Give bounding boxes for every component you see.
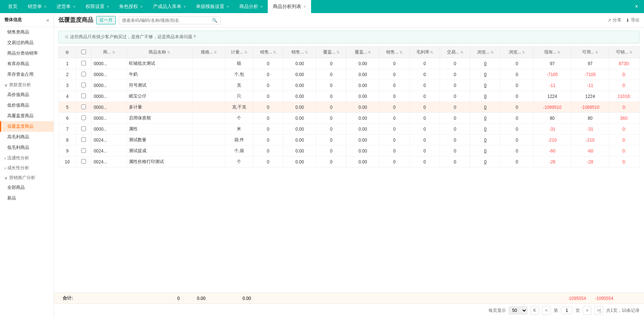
cell-browse1[interactable]: 0 bbox=[470, 124, 500, 135]
close-icon[interactable]: × bbox=[303, 4, 306, 9]
sidebar-item-traded-products[interactable]: 交易过的商品 bbox=[0, 37, 54, 48]
sidebar-item-high-coverage[interactable]: 高覆盖度商品 bbox=[0, 111, 54, 121]
nav-item-template[interactable]: 单据模板设置 × bbox=[191, 0, 234, 13]
col-sales3[interactable]: 销售... bbox=[379, 47, 409, 58]
col-spec[interactable]: 规格... bbox=[192, 47, 225, 58]
page-number-input[interactable] bbox=[561, 307, 573, 314]
col-code[interactable]: 商... bbox=[91, 47, 127, 58]
cell-browse1[interactable]: 0 bbox=[470, 58, 500, 69]
cell-browse1[interactable]: 0 bbox=[470, 102, 500, 113]
row-checkbox[interactable] bbox=[81, 148, 86, 153]
cell-browse1[interactable]: 0 bbox=[470, 156, 500, 167]
nav-item-product-analysis[interactable]: 商品分析 × bbox=[234, 0, 268, 13]
export-button[interactable]: ⬇ 导出 bbox=[626, 17, 640, 23]
cell-name[interactable]: 属性价格打印测试 bbox=[127, 156, 192, 167]
cell-name[interactable]: 测试数量 bbox=[127, 135, 192, 146]
col-name[interactable]: 商品名称 bbox=[127, 47, 192, 58]
nav-item-permissions[interactable]: 权限设置 × bbox=[80, 0, 114, 13]
row-checkbox[interactable] bbox=[81, 104, 86, 109]
col-browse2[interactable]: 浏览... bbox=[500, 47, 533, 58]
search-icon[interactable]: 🔍 bbox=[212, 18, 217, 23]
nav-item-production[interactable]: 产成品入库单 × bbox=[148, 0, 191, 13]
cell-checkbox[interactable] bbox=[76, 102, 91, 113]
cell-browse1[interactable]: 0 bbox=[470, 113, 500, 124]
close-icon[interactable]: × bbox=[73, 4, 75, 9]
row-checkbox[interactable] bbox=[81, 83, 86, 87]
col-sales-amount[interactable]: 销售... bbox=[283, 47, 316, 58]
cell-name[interactable]: 属性 bbox=[127, 124, 192, 135]
cell-browse1[interactable]: 0 bbox=[470, 146, 500, 156]
col-browse1[interactable]: 浏览... bbox=[470, 47, 500, 58]
row-checkbox[interactable] bbox=[81, 137, 86, 142]
cell-checkbox[interactable] bbox=[76, 69, 91, 80]
sidebar-item-stocked[interactable]: 有库存商品 bbox=[0, 59, 54, 69]
close-icon[interactable]: × bbox=[44, 4, 46, 9]
sidebar-item-category-rate[interactable]: 商品分类动销率 bbox=[0, 48, 54, 59]
search-input[interactable] bbox=[122, 18, 211, 23]
cell-name[interactable]: 牛奶 bbox=[127, 69, 192, 80]
cell-checkbox[interactable] bbox=[76, 124, 91, 135]
prev-page-button[interactable]: < bbox=[542, 306, 551, 315]
cell-checkbox[interactable] bbox=[76, 146, 91, 156]
cell-name[interactable]: 多计量 bbox=[127, 102, 192, 113]
nav-item-home[interactable]: 首页 bbox=[3, 0, 23, 13]
cell-checkbox[interactable] bbox=[76, 156, 91, 167]
cell-checkbox[interactable] bbox=[76, 113, 91, 124]
col-sales-qty[interactable]: 销售... bbox=[253, 47, 283, 58]
cell-name[interactable]: 旺辅批次测试 bbox=[127, 58, 192, 69]
sidebar-item-all-products[interactable]: 全部商品 bbox=[0, 182, 54, 193]
col-available[interactable]: 可用... bbox=[571, 47, 609, 58]
col-settings[interactable]: ⚙ bbox=[59, 47, 76, 58]
col-gross-rate[interactable]: 毛利率 bbox=[409, 47, 440, 58]
cell-name[interactable]: 测试提成 bbox=[127, 146, 192, 156]
nav-item-roles[interactable]: 角色授权 × bbox=[114, 0, 148, 13]
sidebar-group-cluster[interactable]: ∨ 类群度分析 bbox=[0, 80, 54, 90]
nav-item-analysis-list[interactable]: 商品分析列表 × bbox=[268, 0, 311, 13]
row-checkbox[interactable] bbox=[81, 61, 86, 66]
sidebar-group-growth[interactable]: › 成长性分析 bbox=[0, 163, 54, 173]
close-icon[interactable]: × bbox=[107, 4, 109, 9]
row-checkbox[interactable] bbox=[81, 126, 86, 131]
col-unit[interactable]: 计量... bbox=[225, 47, 253, 58]
col-current-stock[interactable]: 现有... bbox=[533, 47, 571, 58]
cell-name[interactable]: 眠宝公仔 bbox=[127, 91, 192, 102]
sidebar-item-low-coverage[interactable]: 低覆盖度商品 bbox=[0, 121, 54, 132]
close-all-button[interactable]: × bbox=[632, 3, 641, 10]
close-icon[interactable]: × bbox=[184, 4, 186, 9]
cell-name[interactable]: 启用保质期 bbox=[127, 113, 192, 124]
select-all-checkbox[interactable] bbox=[81, 49, 86, 54]
close-icon[interactable]: × bbox=[140, 4, 142, 9]
sidebar-item-inventory-fund[interactable]: 库存资金占用 bbox=[0, 69, 54, 80]
share-button[interactable]: ↗ 分享 bbox=[608, 17, 621, 23]
cell-browse1[interactable]: 0 bbox=[470, 69, 500, 80]
col-coverage1[interactable]: 覆盖... bbox=[316, 47, 346, 58]
sidebar-item-high-margin[interactable]: 高毛利商品 bbox=[0, 132, 54, 142]
last-page-button[interactable]: >| bbox=[594, 306, 603, 315]
cell-browse1[interactable]: 0 bbox=[470, 91, 500, 102]
cell-checkbox[interactable] bbox=[76, 91, 91, 102]
nav-item-purchase[interactable]: 进货单 × bbox=[51, 0, 80, 13]
sidebar-item-low-margin[interactable]: 低毛利商品 bbox=[0, 142, 54, 153]
sidebar-item-sales-products[interactable]: 销售类商品 bbox=[0, 27, 54, 37]
table-wrapper[interactable]: ⚙ 商... 商品名称 规格... 计量... 销售... 销售... 覆盖..… bbox=[54, 46, 644, 293]
cell-browse1[interactable]: 0 bbox=[470, 80, 500, 91]
cell-checkbox[interactable] bbox=[76, 80, 91, 91]
row-checkbox[interactable] bbox=[81, 94, 86, 98]
cell-browse1[interactable]: 0 bbox=[470, 135, 500, 146]
cell-name[interactable]: 符号测试 bbox=[127, 80, 192, 91]
sidebar-group-marketing[interactable]: ∨ 营销推广分析 bbox=[0, 173, 54, 182]
nav-item-sales[interactable]: 销货单 × bbox=[23, 0, 51, 13]
sidebar-collapse-button[interactable]: « bbox=[46, 17, 49, 23]
close-icon[interactable]: × bbox=[227, 4, 229, 9]
sidebar-item-high-value[interactable]: 高价值商品 bbox=[0, 90, 54, 100]
row-checkbox[interactable] bbox=[81, 159, 86, 164]
close-icon[interactable]: × bbox=[260, 4, 263, 9]
next-page-button[interactable]: > bbox=[583, 306, 592, 315]
cell-checkbox[interactable] bbox=[76, 135, 91, 146]
filter-month-button[interactable]: 近一月 bbox=[96, 16, 116, 24]
sidebar-group-liquidity[interactable]: › 流通性分析 bbox=[0, 153, 54, 163]
row-checkbox[interactable] bbox=[81, 115, 86, 120]
row-checkbox[interactable] bbox=[81, 72, 86, 76]
page-size-select[interactable]: 50 20 100 bbox=[509, 306, 527, 314]
col-coverage2[interactable]: 覆盖... bbox=[346, 47, 379, 58]
